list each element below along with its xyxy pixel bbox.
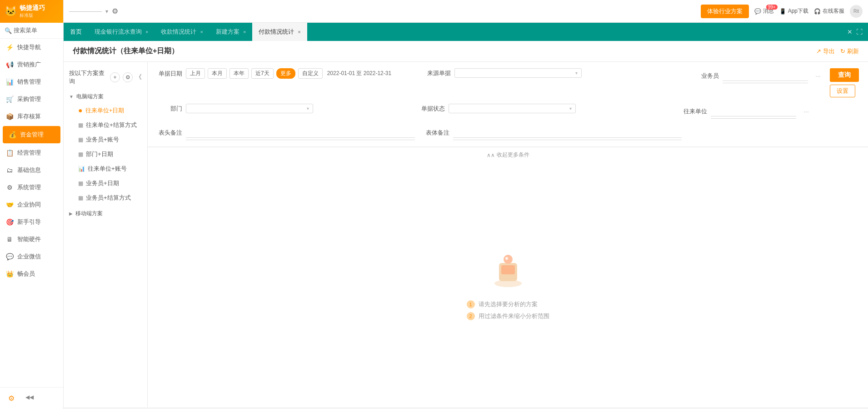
scheme-item-staff-settlement[interactable]: ▦ 业务员+结算方式 bbox=[64, 191, 147, 205]
scheme-item-staff-date[interactable]: ▦ 业务员+日期 bbox=[64, 176, 147, 191]
sidebar-item-basic[interactable]: 🗂 基础信息 bbox=[0, 162, 63, 179]
topbar-gear-icon[interactable]: ⚙ bbox=[112, 7, 118, 15]
sidebar-item-guide[interactable]: 🎯 新手引导 bbox=[0, 213, 63, 231]
member-icon: 👑 bbox=[5, 270, 14, 278]
empty-hints: 1 请先选择要分析的方案 2 用过滤条件来缩小分析范围 bbox=[467, 300, 549, 320]
scheme-group-desktop-title[interactable]: ▼ 电脑端方案 bbox=[64, 90, 147, 103]
quick-nav-icon: ⚡ bbox=[5, 43, 14, 51]
sidebar-item-system[interactable]: ⚙ 系统管理 bbox=[0, 179, 63, 196]
scheme-item-dept-date[interactable]: ▦ 部门+日期 bbox=[64, 147, 147, 162]
sidebar-item-member[interactable]: 👑 畅会员 bbox=[0, 265, 63, 283]
sidebar-item-marketing[interactable]: 📢 营销推广 bbox=[0, 56, 63, 73]
sidebar-item-label: 企业协同 bbox=[17, 201, 41, 209]
payment-stats-tab-label: 付款情况统计 bbox=[259, 28, 294, 36]
sidebar-item-quick-nav[interactable]: ⚡ 快捷导航 bbox=[0, 39, 63, 56]
maximize-icon[interactable]: ⛶ bbox=[856, 28, 863, 35]
dropdown-arrow-icon[interactable]: ▾ bbox=[105, 8, 108, 15]
staff-input[interactable] bbox=[723, 70, 808, 81]
scheme-item-unit-date[interactable]: ● 往来单位+日期 bbox=[64, 103, 147, 118]
sidebar-item-label: 采购管理 bbox=[17, 95, 41, 103]
hint-num-1: 1 bbox=[467, 300, 475, 308]
close-bank-flow-icon[interactable]: × bbox=[145, 29, 148, 35]
page-header: 付款情况统计（往来单位+日期） ↗ 导出 ↻ 刷新 bbox=[64, 41, 868, 62]
sidebar-item-inventory[interactable]: 📦 库存核算 bbox=[0, 108, 63, 125]
scheme-collapse-icon[interactable]: 《 bbox=[135, 73, 142, 81]
marketing-icon: 📢 bbox=[5, 61, 14, 69]
query-button[interactable]: 查询 bbox=[830, 68, 859, 82]
trial-button[interactable]: 体验行业方案 bbox=[701, 5, 749, 18]
sidebar-item-label: 销售管理 bbox=[17, 78, 41, 86]
settings-button[interactable]: 设置 bbox=[830, 85, 855, 97]
filter-item-source: 来源单据 ▾ bbox=[425, 68, 685, 78]
scheme-item-label: 往来单位+账号 bbox=[88, 165, 127, 173]
date-this-month-btn[interactable]: 本月 bbox=[208, 68, 227, 79]
filter-item-dept: 部门 ▾ bbox=[157, 104, 410, 113]
sidebar-item-hardware[interactable]: 🖥 智能硬件 bbox=[0, 231, 63, 248]
filter-item-header-note: 表头备注 bbox=[157, 125, 415, 140]
scheme-item-icon: ▦ bbox=[78, 136, 83, 143]
scheme-item-staff-account[interactable]: ▦ 业务员+账号 bbox=[64, 132, 147, 147]
date-last-month-btn[interactable]: 上月 bbox=[186, 68, 205, 79]
sidebar-item-label: 库存核算 bbox=[17, 112, 41, 121]
sidebar-item-operation[interactable]: 📋 经营管理 bbox=[0, 144, 63, 162]
staff-dots-icon[interactable]: ··· bbox=[815, 72, 821, 80]
tab-home[interactable]: 首页 bbox=[64, 23, 88, 41]
date-last-7days-btn[interactable]: 近7天 bbox=[251, 68, 274, 79]
voucher-status-select[interactable]: ▾ bbox=[449, 104, 576, 113]
header-note-input[interactable] bbox=[186, 127, 415, 138]
tab-bank-flow[interactable]: 现金银行流水查询 × bbox=[88, 23, 155, 41]
date-more-btn[interactable]: 更多 bbox=[276, 68, 295, 79]
svg-point-4 bbox=[505, 257, 508, 260]
close-all-tabs-icon[interactable]: ✕ bbox=[847, 28, 853, 35]
close-receipt-stats-icon[interactable]: × bbox=[200, 29, 203, 35]
purchase-icon: 🛒 bbox=[5, 95, 14, 103]
system-icon: ⚙ bbox=[5, 183, 14, 192]
scheme-item-unit-settlement[interactable]: ▦ 往来单位+结算方式 bbox=[64, 118, 147, 132]
scheme-group-desktop: ▼ 电脑端方案 ● 往来单位+日期 ▦ 往来单位+结算方式 ▦ 业务员+账号 bbox=[64, 90, 147, 205]
body-note-label: 表体备注 bbox=[424, 129, 449, 137]
bank-flow-tab-label: 现金银行流水查询 bbox=[95, 28, 142, 36]
scheme-group-mobile-title[interactable]: ▶ 移动端方案 bbox=[64, 207, 147, 220]
refresh-button[interactable]: ↻ 刷新 bbox=[840, 47, 859, 56]
topbar-left: —————— ▾ ⚙ bbox=[69, 7, 696, 15]
add-scheme-icon[interactable]: + bbox=[110, 72, 120, 82]
related-unit-dots-icon[interactable]: ··· bbox=[803, 108, 809, 115]
sidebar-collapse-icon[interactable]: ◀◀ bbox=[22, 392, 37, 404]
sidebar-settings-icon[interactable]: ⚙ bbox=[5, 392, 18, 404]
collapse-conditions-btn[interactable]: ∧∧ 收起更多条件 bbox=[148, 147, 868, 162]
related-unit-input[interactable] bbox=[711, 106, 796, 116]
new-scheme-tab-label: 新建方案 bbox=[216, 28, 239, 36]
export-button[interactable]: ↗ 导出 bbox=[816, 47, 835, 56]
date-custom-btn[interactable]: 自定义 bbox=[298, 68, 323, 79]
scheme-active-icon: ● bbox=[78, 106, 83, 115]
sidebar-item-enterprise[interactable]: 🤝 企业协同 bbox=[0, 196, 63, 213]
scheme-item-icon: ▦ bbox=[78, 195, 83, 201]
sidebar-search[interactable]: 🔍 搜索菜单 bbox=[0, 23, 63, 39]
scheme-item-unit-account[interactable]: 📊 往来单位+账号 bbox=[64, 162, 147, 176]
sidebar-item-finance[interactable]: 💰 资金管理 bbox=[3, 126, 60, 143]
app-download-button[interactable]: 📱 App下载 bbox=[779, 7, 808, 15]
scheme-item-icon: ▦ bbox=[78, 151, 83, 157]
close-new-scheme-icon[interactable]: × bbox=[243, 29, 246, 35]
scheme-settings-icon[interactable]: ⚙ bbox=[123, 72, 133, 82]
message-button[interactable]: 💬 消息 99+ bbox=[754, 7, 774, 15]
dept-select[interactable]: ▾ bbox=[186, 104, 313, 113]
source-select[interactable]: ▾ bbox=[454, 68, 582, 78]
scheme-item-label: 业务员+账号 bbox=[86, 136, 119, 144]
scheme-item-label: 部门+日期 bbox=[86, 150, 113, 158]
online-service-button[interactable]: 🎧 在线客服 bbox=[814, 7, 844, 15]
user-avatar[interactable]: Rit bbox=[850, 5, 863, 18]
tab-payment-stats[interactable]: 付款情况统计 × bbox=[252, 23, 307, 41]
sidebar-item-wechat[interactable]: 💬 企业微信 bbox=[0, 248, 63, 265]
sidebar-item-sales[interactable]: 📊 销售管理 bbox=[0, 73, 63, 91]
home-tab-label: 首页 bbox=[70, 28, 82, 36]
body-note-input[interactable] bbox=[453, 127, 682, 138]
guide-icon: 🎯 bbox=[5, 218, 14, 226]
sidebar-item-label: 企业微信 bbox=[17, 252, 41, 261]
date-this-year-btn[interactable]: 本年 bbox=[229, 68, 249, 79]
sidebar-item-purchase[interactable]: 🛒 采购管理 bbox=[0, 91, 63, 108]
tab-new-scheme[interactable]: 新建方案 × bbox=[210, 23, 252, 41]
tab-receipt-stats[interactable]: 收款情况统计 × bbox=[155, 23, 209, 41]
service-icon: 🎧 bbox=[814, 8, 821, 15]
close-payment-stats-icon[interactable]: × bbox=[298, 29, 300, 35]
